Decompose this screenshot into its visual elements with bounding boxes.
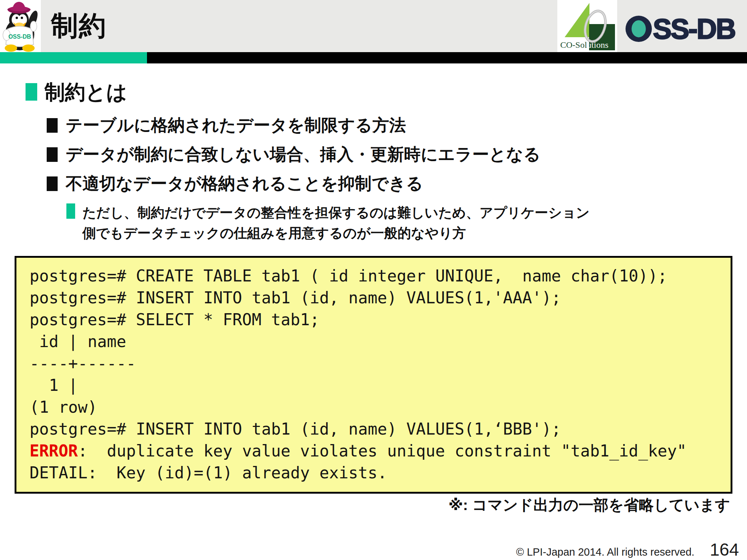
oss-db-logo-graphic: SS-DB [624, 14, 742, 43]
sub-bullet-label: ただし、制約だけでデータの整合性を担保するのは難しいため、アプリケーション 側で… [82, 203, 590, 244]
section-heading-label: 制約とは [44, 81, 127, 104]
bullet-label: データが制約に合致しない場合、挿入・更新時にエラーとなる [66, 145, 541, 164]
black-square-bullet-icon [47, 176, 58, 191]
bullet-label: テーブルに格納されたデータを制限する方法 [66, 116, 406, 135]
terminal-line: ----+------ [30, 353, 731, 374]
bullet-item: 不適切なデータが格納されることを抑制できる [47, 174, 423, 193]
svg-text:CO-Solutions: CO-Solutions [560, 40, 608, 50]
mascot-shirt-text: OSS-DB [8, 34, 31, 40]
terminal-line: postgres=# CREATE TABLE tab1 ( id intege… [30, 265, 731, 287]
terminal-detail-line: DETAIL: Key (id)=(1) already exists. [30, 462, 731, 484]
sub-bullet-item: ただし、制約だけでデータの整合性を担保するのは難しいため、アプリケーション 側で… [66, 203, 590, 244]
terminal-line: id | name [30, 331, 731, 353]
copyright-text: © LPI-Japan 2014. All rights reserved. [516, 546, 694, 558]
co-solutions-logo-graphic: CO-Solutions [557, 0, 617, 52]
error-message: : duplicate key value violates unique co… [78, 442, 686, 460]
sub-bullet-line1: ただし、制約だけでデータの整合性を担保するのは難しいため、アプリケーション [82, 203, 590, 223]
page-title: 制約 [51, 12, 107, 39]
oss-db-logo: SS-DB [624, 14, 742, 43]
omission-note: ※: コマンド出力の一部を省略しています [449, 495, 730, 515]
footer: © LPI-Japan 2014. All rights reserved. 1… [516, 540, 739, 560]
terminal-line: (1 row) [30, 396, 731, 418]
green-square-bullet-icon [26, 83, 37, 101]
bullet-item: テーブルに格納されたデータを制限する方法 [47, 116, 406, 135]
co-solutions-text-dark: CO-Sol [560, 40, 587, 50]
bullet-label: 不適切なデータが格納されることを抑制できる [66, 174, 423, 193]
penguin-mascot-icon: OSS-DB [0, 0, 41, 52]
co-solutions-text-light: utions [587, 40, 608, 50]
terminal-output-box: postgres=# CREATE TABLE tab1 ( id intege… [15, 256, 732, 494]
bullet-item: データが制約に合致しない場合、挿入・更新時にエラーとなる [47, 145, 541, 164]
section-heading: 制約とは [26, 81, 127, 104]
terminal-line: postgres=# SELECT * FROM tab1; [30, 309, 731, 331]
sub-bullet-line2: 側でもデータチェックの仕組みを用意するのが一般的なやり方 [82, 223, 590, 244]
terminal-line: 1 | [30, 374, 731, 396]
error-label: ERROR [30, 442, 78, 460]
page-number: 164 [710, 540, 739, 560]
terminal-error-line: ERROR: duplicate key value violates uniq… [30, 440, 731, 462]
slide: OSS-DB 制約 CO-Solutions [0, 0, 747, 560]
terminal-line: postgres=# INSERT INTO tab1 (id, name) V… [30, 287, 731, 309]
black-square-bullet-icon [47, 147, 58, 162]
accent-bar-black [147, 52, 747, 63]
green-square-bullet-icon [66, 203, 75, 219]
oss-db-mascot-logo: OSS-DB [0, 0, 41, 52]
co-solutions-logo: CO-Solutions [557, 0, 617, 52]
header-band: OSS-DB 制約 CO-Solutions [0, 0, 747, 52]
black-square-bullet-icon [47, 118, 58, 133]
ossdb-logo-text: SS-DB [653, 14, 735, 43]
accent-bar-green [0, 52, 147, 63]
terminal-line: postgres=# INSERT INTO tab1 (id, name) V… [30, 418, 731, 440]
